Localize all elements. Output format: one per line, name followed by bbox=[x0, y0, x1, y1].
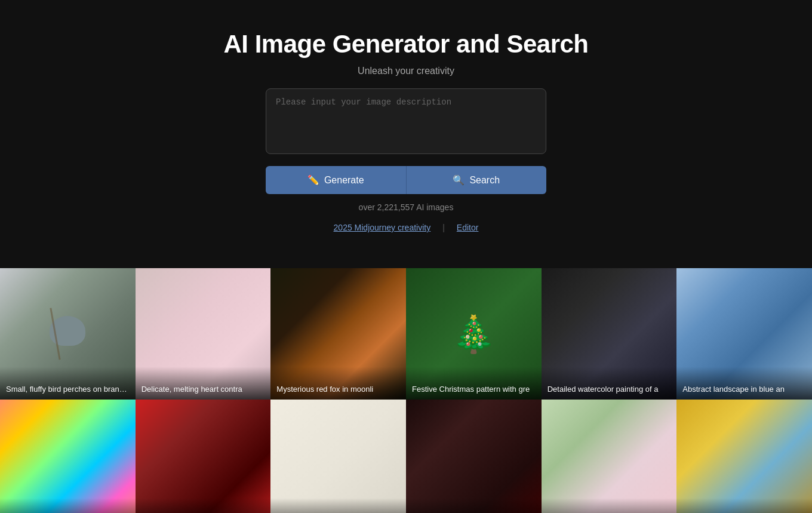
hero-section: AI Image Generator and Search Unleash yo… bbox=[0, 0, 812, 268]
gallery-image-scared: Startled woman's face, sho bbox=[136, 400, 271, 513]
image-count: over 2,221,557 AI images bbox=[359, 202, 454, 212]
gallery-item-buddha[interactable]: Majestic golden Buddh... bbox=[676, 400, 812, 513]
gallery-image-dark-figure: Lone figure, spacecraft, myste bbox=[406, 400, 542, 513]
gallery-item-robot[interactable]: Detailed watercolor painting of a bbox=[542, 268, 677, 400]
gallery-caption-colorful: Vibrant, abstract painting with dynamic … bbox=[0, 498, 136, 513]
gallery-image-colorful: Vibrant, abstract painting with dynamic … bbox=[0, 400, 136, 513]
gallery-image-bell: Festive Christmas scene with bbox=[542, 400, 677, 513]
generate-button[interactable]: ✏️ Generate bbox=[266, 166, 406, 194]
gallery-image-heart: Delicate, melting heart contra bbox=[136, 268, 271, 400]
gallery-image-christmas: Festive Christmas pattern with gre bbox=[406, 268, 542, 400]
gallery-caption-bell: Festive Christmas scene with bbox=[542, 498, 677, 513]
gallery-caption-dark-figure: Lone figure, spacecraft, myste bbox=[406, 498, 542, 513]
midjourney-link[interactable]: 2025 Midjourney creativity bbox=[334, 223, 431, 232]
gallery-item-fox[interactable]: Mysterious red fox in moonli bbox=[270, 268, 406, 400]
gallery-image-buddha: Majestic golden Buddh... bbox=[676, 400, 812, 513]
prompt-textarea[interactable] bbox=[266, 88, 546, 154]
search-button[interactable]: 🔍 Search bbox=[406, 166, 547, 194]
gallery-image-bird: Small, fluffy bird perches on branch in … bbox=[0, 268, 136, 400]
editor-link[interactable]: Editor bbox=[457, 223, 479, 232]
gallery-row-1: Small, fluffy bird perches on branch in … bbox=[0, 268, 812, 400]
gallery-row-2: Vibrant, abstract painting with dynamic … bbox=[0, 400, 812, 513]
gallery-caption-buddha: Majestic golden Buddh... bbox=[676, 498, 812, 513]
gallery-caption-chinese: Detailed Chinese paper cut art de bbox=[270, 498, 406, 513]
gallery-caption-fox: Mysterious red fox in moonli bbox=[270, 367, 406, 400]
gallery-item-chinese[interactable]: Detailed Chinese paper cut art de bbox=[270, 400, 406, 513]
generate-label: Generate bbox=[324, 175, 364, 186]
gallery-caption-heart: Delicate, melting heart contra bbox=[136, 367, 271, 400]
gallery-item-abstract-blue[interactable]: Abstract landscape in blue an bbox=[676, 268, 812, 400]
gallery-item-dark-figure[interactable]: Lone figure, spacecraft, myste bbox=[406, 400, 542, 513]
image-gallery: Small, fluffy bird perches on branch in … bbox=[0, 268, 812, 513]
button-row: ✏️ Generate 🔍 Search bbox=[266, 166, 546, 194]
search-label: Search bbox=[469, 175, 500, 186]
gallery-item-christmas[interactable]: Festive Christmas pattern with gre bbox=[406, 268, 542, 400]
gallery-item-scared[interactable]: Startled woman's face, sho bbox=[136, 400, 271, 513]
gallery-caption-robot: Detailed watercolor painting of a bbox=[542, 367, 677, 400]
gallery-caption-abstract-blue: Abstract landscape in blue an bbox=[676, 367, 812, 400]
link-divider: | bbox=[442, 223, 445, 232]
gallery-item-heart[interactable]: Delicate, melting heart contra bbox=[136, 268, 271, 400]
gallery-caption-christmas: Festive Christmas pattern with gre bbox=[406, 367, 542, 400]
gallery-item-bell[interactable]: Festive Christmas scene with bbox=[542, 400, 677, 513]
gallery-image-robot: Detailed watercolor painting of a bbox=[542, 268, 677, 400]
footer-links: 2025 Midjourney creativity | Editor bbox=[334, 223, 479, 232]
gallery-item-colorful[interactable]: Vibrant, abstract painting with dynamic … bbox=[0, 400, 136, 513]
gallery-image-abstract-blue: Abstract landscape in blue an bbox=[676, 268, 812, 400]
gallery-item-bird[interactable]: Small, fluffy bird perches on branch in … bbox=[0, 268, 136, 400]
generate-icon: ✏️ bbox=[307, 174, 319, 186]
gallery-caption-scared: Startled woman's face, sho bbox=[136, 498, 271, 513]
gallery-image-fox: Mysterious red fox in moonli bbox=[270, 268, 406, 400]
gallery-image-chinese: Detailed Chinese paper cut art de bbox=[270, 400, 406, 513]
prompt-wrapper bbox=[266, 88, 546, 156]
search-icon: 🔍 bbox=[453, 174, 465, 186]
gallery-caption-bird: Small, fluffy bird perches on branch in … bbox=[0, 367, 136, 400]
hero-subtitle: Unleash your creativity bbox=[358, 66, 454, 76]
page-title: AI Image Generator and Search bbox=[223, 30, 588, 59]
